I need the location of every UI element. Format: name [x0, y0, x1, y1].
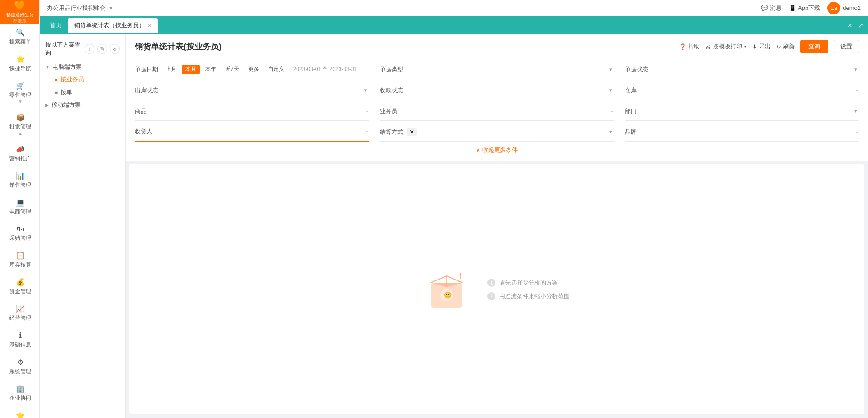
- refresh-icon: ↻: [776, 43, 781, 50]
- sidebar-item-newuser[interactable]: 🌟 新手引导: [0, 407, 39, 418]
- date-tab-7days[interactable]: 近7天: [222, 65, 243, 74]
- tab-home-label: 首页: [50, 21, 61, 29]
- consignee-dots-icon: ···: [365, 128, 367, 136]
- sales-icon: 📊: [16, 171, 25, 180]
- sidebar-item-sales[interactable]: 📊 销售管理: [0, 167, 39, 194]
- wholesale-icon: 📦: [16, 113, 25, 122]
- sidebar-item-marketing[interactable]: 📣 营销推广: [0, 140, 39, 167]
- filter-row-4: 收货人 ··· 结算方式 ✕ ▾ 品牌: [135, 125, 859, 142]
- refresh-label: 刷新: [783, 43, 795, 51]
- filter-row-1: 单据日期 上月 本月 本年 近7天 更多 自定义 2023-03-01 至 20…: [135, 63, 859, 79]
- sidebar-item-enterprise[interactable]: 🏢 企业协同: [0, 380, 39, 407]
- top-header: 办公用品行业模拟账套 ▾ 💬 消息 📱 App下载 Ea demo2: [40, 0, 868, 16]
- sidebar-item-purchase-label: 采购管理: [9, 234, 31, 242]
- sidebar-item-search-menu[interactable]: 🔍 搜索菜单: [0, 24, 39, 50]
- collect-status-arrow-icon: ▾: [609, 87, 612, 93]
- date-tab-thisyear[interactable]: 本年: [202, 65, 220, 74]
- window-maximize-btn[interactable]: ⤢: [857, 22, 864, 29]
- user-menu[interactable]: Ea demo2: [827, 2, 861, 14]
- window-controls: ✕ ⤢: [846, 22, 864, 29]
- collapse-label: 收起更多条件: [482, 146, 518, 154]
- tab-home[interactable]: 首页: [43, 18, 68, 33]
- payment-tag-x-btn[interactable]: ✕: [410, 129, 414, 135]
- message-icon: 💬: [761, 5, 768, 11]
- query-btn[interactable]: 查询: [800, 40, 828, 53]
- user-name: demo2: [843, 5, 861, 11]
- logo-icon: 🧡: [14, 0, 25, 11]
- date-tab-more[interactable]: 更多: [245, 65, 263, 74]
- search-menu-icon: 🔍: [16, 28, 25, 37]
- sidebar-item-finance[interactable]: 💰 资金管理: [0, 273, 39, 300]
- collapse-panel-btn[interactable]: «: [110, 44, 120, 54]
- tree-sub-desktop: ● 按业务员 ≡ 按单: [40, 73, 125, 99]
- message-label: 消息: [770, 4, 782, 12]
- add-scheme-btn[interactable]: +: [85, 44, 94, 54]
- consignee-label: 收货人: [135, 128, 162, 136]
- right-content: 销货单统计表(按业务员) ❓ 帮助 🖨 按模板打印 ▾ ⬇ 导出: [126, 34, 868, 418]
- tree-group-desktop-label: 电脑端方案: [52, 63, 82, 71]
- date-tab-thismonth[interactable]: 本月: [182, 65, 200, 74]
- sidebar-item-operation[interactable]: 📈 经营管理: [0, 300, 39, 327]
- app-download-label: App下载: [798, 4, 820, 12]
- sidebar-item-basic-label: 基础信息: [9, 341, 31, 349]
- content-area: 按以下方案查询 + ✎ « ▼ 电脑端方案: [40, 34, 868, 418]
- tree-item-by-order[interactable]: ≡ 按单: [49, 86, 125, 99]
- sidebar-item-operation-label: 经营管理: [9, 314, 31, 322]
- newuser-icon: 🌟: [16, 411, 25, 418]
- sidebar-item-purchase[interactable]: 🛍 采购管理: [0, 220, 39, 247]
- export-btn[interactable]: ⬇ 导出: [752, 43, 771, 51]
- sidebar-item-inventory[interactable]: 📋 库存核算: [0, 247, 39, 273]
- window-close-btn[interactable]: ✕: [846, 22, 854, 29]
- by-salesperson-icon: ●: [54, 76, 58, 83]
- print-icon: 🖨: [705, 43, 711, 50]
- ecommerce-icon: 💻: [16, 198, 25, 207]
- logo-text: 畅捷通好生意: [6, 12, 33, 18]
- tree-group-mobile[interactable]: ▶ 移动端方案: [40, 99, 125, 111]
- sidebar-item-system[interactable]: ⚙ 系统管理: [0, 353, 39, 380]
- out-status-label: 出库状态: [135, 86, 162, 95]
- step-1-num: 1: [487, 279, 495, 287]
- empty-step-2: 2 用过滤条件来缩小分析范围: [487, 292, 570, 300]
- refresh-btn[interactable]: ↻ 刷新: [776, 43, 795, 51]
- sidebar-item-system-label: 系统管理: [9, 368, 31, 375]
- edit-scheme-btn[interactable]: ✎: [97, 44, 107, 54]
- sidebar: 🧡 畅捷通好生意 标准版 🔍 搜索菜单 ⭐ 快捷导航 🛒 零售管理 ▼ 📦 批发…: [0, 0, 40, 418]
- tab-sales-stat[interactable]: 销货单统计表（按业务员） ✕: [68, 18, 158, 33]
- salesperson-filter: 业务员 ···: [380, 104, 614, 121]
- out-status-filter: 出库状态 ▾: [135, 84, 369, 100]
- empty-state: ↑ 😐 1 请先选择要分析的方案 2: [129, 164, 864, 414]
- sidebar-item-retail[interactable]: 🛒 零售管理 ▼: [0, 77, 39, 109]
- sidebar-item-ecommerce[interactable]: 💻 电商管理: [0, 194, 39, 220]
- sidebar-item-wholesale[interactable]: 📦 批发管理 ▲: [0, 109, 39, 140]
- app-download-btn[interactable]: 📱 App下载: [789, 4, 820, 12]
- payment-value: ✕: [407, 128, 614, 136]
- sidebar-item-basic[interactable]: ℹ 基础信息: [0, 327, 39, 353]
- out-status-arrow-icon: ▾: [364, 87, 367, 93]
- panel-title: 按以下方案查询: [45, 41, 85, 57]
- collapse-btn[interactable]: ∧ 收起更多条件: [476, 143, 518, 157]
- step-2-text: 用过滤条件来缩小分析范围: [499, 292, 570, 300]
- date-tab-custom[interactable]: 自定义: [264, 65, 288, 74]
- account-name: 办公用品行业模拟账套: [47, 4, 106, 12]
- message-btn[interactable]: 💬 消息: [761, 4, 782, 12]
- sidebar-item-quick-nav[interactable]: ⭐ 快捷导航: [0, 50, 39, 77]
- salesperson-label: 业务员: [380, 107, 407, 115]
- print-btn[interactable]: 🖨 按模板打印 ▾: [705, 43, 747, 51]
- collect-status-label: 收款状态: [380, 86, 407, 95]
- help-btn[interactable]: ❓ 帮助: [679, 43, 700, 51]
- collapse-panel-icon: «: [113, 46, 116, 52]
- print-arrow-icon: ▾: [744, 44, 747, 50]
- by-order-label: 按单: [61, 88, 72, 96]
- tab-close-btn[interactable]: ✕: [147, 23, 151, 28]
- tree-group-desktop[interactable]: ▼ 电脑端方案: [40, 61, 125, 73]
- doc-type-arrow-icon: ▾: [609, 66, 612, 72]
- tab-sales-stat-label: 销货单统计表（按业务员）: [74, 21, 145, 29]
- retail-icon: 🛒: [16, 81, 25, 90]
- sidebar-item-wholesale-label: 批发管理: [9, 123, 31, 131]
- collapse-icon: ∧: [476, 147, 481, 154]
- date-tab-lastmonth[interactable]: 上月: [162, 65, 180, 74]
- tree-item-by-salesperson[interactable]: ● 按业务员: [49, 73, 125, 86]
- settings-btn[interactable]: 设置: [834, 40, 859, 53]
- header-left: 办公用品行业模拟账套 ▾: [47, 4, 113, 12]
- payment-arrow-icon: ▾: [609, 129, 612, 135]
